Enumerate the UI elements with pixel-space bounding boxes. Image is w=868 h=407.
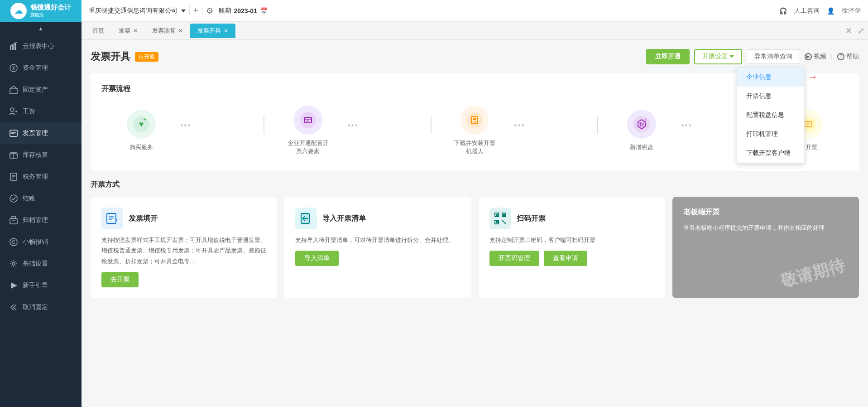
guidang-icon [9, 216, 18, 225]
sidebar-item-yunbao[interactable]: 云报表中心 [0, 35, 82, 57]
method-import-desc: 支持导入待开票清单，可对待开票清单进行拆分、合并处理。 [295, 235, 460, 245]
sidebar-item-shuiwu[interactable]: 税务管理 [0, 166, 82, 188]
method-import-header: 导入开票清单 [295, 208, 460, 229]
zijin-icon: ¥ [9, 63, 18, 73]
jiezhang-icon [9, 194, 18, 203]
svg-text:+: + [143, 116, 146, 123]
method-import-icon [295, 208, 317, 229]
method-scan-icon [489, 208, 511, 229]
video-button[interactable]: ▶ 视频 [805, 53, 826, 61]
svg-rect-58 [503, 214, 505, 216]
main-content: 发票开具 待开通 立即开通 开票设置 异常清单查询 ▶ 视频 | ? 帮助 企业… [82, 40, 868, 407]
sidebar-label-kucun: 库存核算 [23, 151, 48, 159]
sidebar-item-kucun[interactable]: 库存核算 [0, 144, 82, 166]
tab-fapiao[interactable]: 发票 ✕ [111, 24, 145, 38]
workflow-title: 开票流程 [101, 84, 848, 94]
method-fill-icon [101, 208, 123, 229]
sidebar-item-fapiao[interactable]: 发票管理 [0, 122, 82, 144]
settings-icon[interactable]: ⚙ [206, 6, 213, 16]
logo-icon: ☁ [10, 3, 27, 19]
workflow-step-2: 企业开通配置开票六要素 [268, 106, 347, 155]
tab-maximize[interactable]: ⤢ [858, 26, 864, 36]
sidebar-item-guidang[interactable]: 归档管理 [0, 209, 82, 231]
user-name: 徐泽华 [842, 7, 861, 15]
quxiao-icon [9, 303, 18, 312]
workflow-step-1: ♥+ 购买服务 [101, 110, 181, 151]
method-scan-apply-button[interactable]: 查看申请 [544, 251, 587, 266]
method-boss-desc: 查看老板端小程序提交的开票申请，并作出相应的处理 [683, 223, 848, 233]
dropdown-item-kaipiao[interactable]: 开票信息 [737, 87, 804, 106]
dropdown-item-qiye[interactable]: 企业信息 → [737, 68, 804, 87]
status-badge: 待开通 [135, 52, 158, 62]
play-icon: ▶ [805, 53, 812, 60]
step4-icon: 税+ [627, 110, 656, 139]
svg-rect-0 [10, 46, 11, 50]
method-fill-header: 发票填开 [101, 208, 266, 229]
tab-fapiaokaju-close[interactable]: ✕ [224, 28, 228, 34]
logo-sub: 旗舰版 [30, 12, 71, 18]
svg-marker-25 [11, 282, 17, 289]
sidebar-item-zijin[interactable]: ¥ 资金管理 [0, 57, 82, 79]
shuiwu-icon [9, 172, 18, 181]
separator: | [831, 53, 833, 60]
activate-button[interactable]: 立即开通 [646, 49, 690, 64]
xinshouyin-icon [9, 281, 18, 290]
method-fill-desc: 支持按照发票样式手工填开发票；可开具增值税电子普通发票、增值税普通发票、增值税专… [101, 235, 266, 266]
sidebar-item-quxiao[interactable]: 取消固定 [0, 296, 82, 318]
add-company-button[interactable]: + [193, 6, 198, 15]
tab-home[interactable]: 首页 [85, 24, 111, 38]
step-divider-2 [431, 116, 432, 134]
tabs-bar: 首页 发票 ✕ 发票测算 ✕ 发票开具 ✕ ✕ ⤢ [82, 22, 868, 40]
sidebar-item-gudingzichan[interactable]: 固定资产 [0, 79, 82, 101]
header-divider1 [189, 6, 190, 15]
method-card-fill: 发票填开 支持按照发票样式手工填开发票；可开具增值税电子普通发票、增值税普通发票… [91, 197, 277, 298]
period-section: 账期 2023-01 📅 [219, 7, 268, 15]
company-name[interactable]: 重庆畅捷交通信息咨询有限公司 [89, 7, 186, 15]
step-line-1 [181, 124, 260, 126]
sidebar-scroll-up[interactable]: ▲ [0, 22, 82, 35]
sidebar-item-jichushezhi[interactable]: 基础设置 [0, 253, 82, 275]
dropdown-item-dayin[interactable]: 打印机管理 [737, 125, 804, 144]
support-icon: 🎧 [779, 7, 787, 15]
tab-fapiao-close[interactable]: ✕ [133, 28, 138, 34]
dropdown-item-xiazai[interactable]: 下载开票客户端 [737, 144, 804, 163]
sidebar-label-zijin: 资金管理 [23, 64, 48, 72]
method-boss-header: 老板端开票 [683, 208, 848, 217]
method-boss-title: 老板端开票 [683, 208, 719, 217]
tab-fapiaocesuan-close[interactable]: ✕ [178, 28, 183, 34]
help-button[interactable]: ? 帮助 [837, 53, 859, 61]
settings-button[interactable]: 开票设置 [694, 49, 742, 64]
method-scan-title: 扫码开票 [517, 214, 546, 223]
question-icon: ? [837, 53, 844, 60]
page-header: 发票开具 待开通 立即开通 开票设置 异常清单查询 ▶ 视频 | ? 帮助 企业… [91, 49, 859, 64]
user-avatar: 👤 [827, 7, 834, 15]
method-card-scan: 扫码开票 支持定制开票二维码，客户端可扫码开票 开票码管理 查看申请 [479, 197, 665, 298]
method-import-title: 导入开票清单 [322, 214, 366, 223]
sidebar-item-gongzi[interactable]: 工资 [0, 101, 82, 122]
dropdown-item-peizhi[interactable]: 配置税盘信息 [737, 106, 804, 125]
svg-point-29 [300, 112, 316, 128]
method-scan-qrcode-button[interactable]: 开票码管理 [489, 251, 539, 266]
abnormal-button[interactable]: 异常清单查询 [747, 49, 800, 64]
settings-chevron-icon [729, 55, 734, 58]
tab-close-all[interactable]: ✕ [845, 26, 852, 36]
sidebar-item-xiaochang[interactable]: C 小畅报销 [0, 231, 82, 253]
svg-rect-1 [12, 45, 14, 50]
sidebar-label-xinshouyin: 新手引导 [23, 281, 48, 290]
sidebar-label-jichushezhi: 基础设置 [23, 260, 48, 268]
calendar-icon[interactable]: 📅 [260, 7, 268, 15]
methods-title: 开票方式 [91, 180, 859, 189]
sidebar-item-jiezhang[interactable]: 结账 [0, 188, 82, 209]
support-label[interactable]: 人工咨询 [794, 7, 820, 15]
method-scan-header: 扫码开票 [489, 208, 654, 229]
method-import-button[interactable]: 导入清单 [295, 251, 339, 266]
method-fill-button[interactable]: 去开票 [101, 272, 139, 287]
tab-fapiaocesuan[interactable]: 发票测算 ✕ [145, 24, 190, 38]
svg-point-6 [10, 108, 14, 111]
svg-rect-2 [14, 44, 16, 50]
jichushezhi-icon [9, 259, 18, 268]
company-dropdown-icon [181, 10, 186, 12]
step1-label: 购买服务 [129, 143, 153, 151]
sidebar-item-xinshouyin[interactable]: 新手引导 [0, 275, 82, 296]
tab-fapiaokaju[interactable]: 发票开具 ✕ [190, 24, 235, 38]
